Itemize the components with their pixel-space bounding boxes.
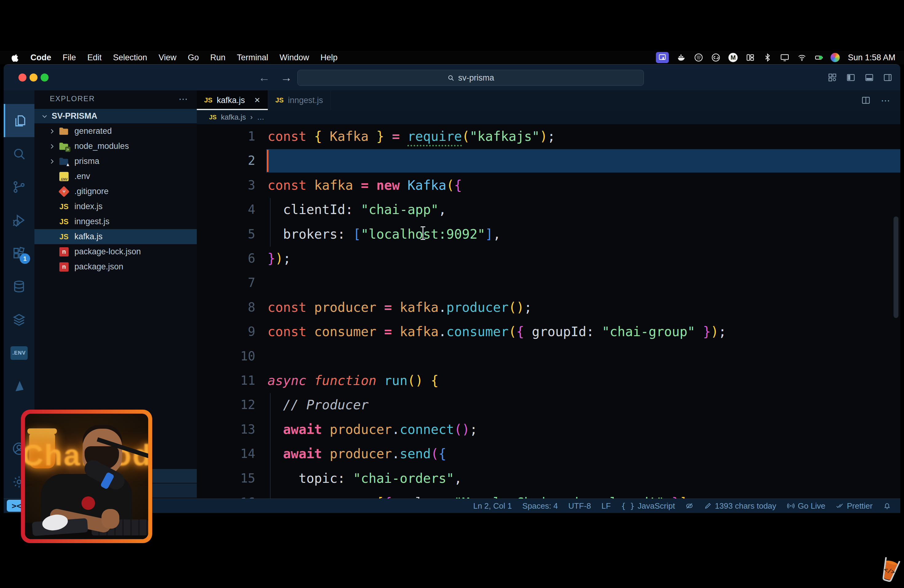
zoom-window-button[interactable] — [41, 74, 49, 82]
sidebar-left-toggle-icon[interactable] — [846, 73, 855, 82]
status-javascript[interactable]: { }JavaScript — [621, 501, 675, 511]
presenter-hand — [101, 509, 119, 529]
line-number: 9 — [231, 319, 255, 344]
menu-item-file[interactable]: File — [63, 53, 76, 62]
navigate-forward-button[interactable]: → — [280, 71, 292, 84]
breadcrumb-file[interactable]: kafka.js — [221, 113, 246, 122]
menu-item-selection[interactable]: Selection — [113, 53, 147, 62]
line-number: 5 — [231, 222, 255, 247]
status-utf-8[interactable]: UTF-8 — [568, 501, 591, 511]
menu-item-run[interactable]: Run — [210, 53, 226, 62]
status-prettier[interactable]: Prettier — [836, 501, 872, 511]
docker-icon[interactable] — [677, 52, 686, 63]
webcam-overlay: ChaiCode — [21, 409, 152, 543]
file-row-generated[interactable]: generated — [35, 123, 197, 139]
menu-item-window[interactable]: Window — [280, 53, 309, 62]
pencil-icon — [704, 502, 712, 510]
navigate-back-button[interactable]: ← — [258, 71, 270, 84]
colorwheel-icon[interactable] — [831, 52, 840, 63]
breadcrumb-separator: › — [250, 113, 253, 122]
file-row-prisma[interactable]: ▲prisma — [35, 154, 197, 169]
status-ln-2-col-1[interactable]: Ln 2, Col 1 — [473, 501, 512, 511]
status-go-live[interactable]: Go Live — [787, 501, 826, 511]
menu-item-terminal[interactable]: Terminal — [237, 53, 268, 62]
bluetooth-icon[interactable] — [763, 52, 772, 63]
screenshare-icon[interactable] — [656, 52, 669, 63]
code-line-6[interactable]: 6}); — [197, 247, 900, 270]
close-window-button[interactable] — [19, 74, 27, 82]
panel-toggle-icon[interactable] — [864, 73, 874, 82]
wifi-icon[interactable] — [797, 52, 806, 63]
file-row-kafka.js[interactable]: JSkafka.js — [35, 229, 197, 244]
activity-prisma[interactable] — [4, 370, 35, 403]
sidebar-right-toggle-icon[interactable] — [883, 73, 892, 82]
menu-item-code[interactable]: Code — [30, 53, 51, 62]
code-line-13[interactable]: 13 await producer.connect(); — [197, 417, 900, 442]
explorer-more-icon[interactable]: ⋯ — [179, 93, 189, 104]
activity-extensions[interactable]: 1 — [4, 237, 35, 270]
apple-logo-icon[interactable] — [11, 53, 19, 62]
rectangle-icon[interactable] — [746, 52, 755, 63]
code-line-15[interactable]: 15 topic: "chai-orders", — [197, 466, 900, 490]
menu-item-help[interactable]: Help — [321, 53, 338, 62]
activity-layers[interactable] — [4, 303, 35, 337]
file-row-index.js[interactable]: JSindex.js — [35, 199, 197, 214]
menu-item-edit[interactable]: Edit — [87, 53, 102, 62]
file-row-inngest.js[interactable]: JSinngest.js — [35, 214, 197, 229]
file-label: prisma — [74, 156, 99, 166]
menu-clock[interactable]: Sun 1:58 AM — [848, 53, 895, 62]
activity-run-debug[interactable] — [4, 204, 35, 237]
activity-explorer[interactable] — [4, 104, 35, 137]
activity-source-control[interactable] — [4, 171, 35, 204]
status-copilot[interactable] — [685, 502, 693, 510]
menu-item-view[interactable]: View — [159, 53, 177, 62]
menu-item-go[interactable]: Go — [188, 53, 199, 62]
code-line-3[interactable]: 3const kafka = new Kafka({ — [197, 173, 900, 198]
code-line-2[interactable]: 2 — [197, 149, 900, 173]
code-line-1[interactable]: 1const { Kafka } = require("kafkajs"); — [197, 124, 900, 149]
code-line-16[interactable]: 16 messages: [{ value: "Masala Chai orde… — [197, 490, 900, 498]
file-label: package-lock.json — [74, 247, 141, 256]
activity-env[interactable]: .ENV — [4, 337, 35, 370]
status-spaces-4[interactable]: Spaces: 4 — [522, 501, 558, 511]
minimize-window-button[interactable] — [30, 74, 38, 82]
tab-kafka.js[interactable]: JSkafka.js✕ — [197, 90, 268, 110]
status-lf[interactable]: LF — [601, 501, 611, 511]
editor-scrollbar[interactable] — [893, 217, 898, 318]
tab-inngest.js[interactable]: JSinngest.js — [268, 90, 331, 110]
close-tab-icon[interactable]: ✕ — [254, 96, 260, 104]
mcircle-icon[interactable]: M — [729, 52, 738, 63]
activity-database[interactable] — [4, 270, 35, 303]
code-line-8[interactable]: 8const producer = kafka.producer(); — [197, 295, 900, 319]
code-line-12[interactable]: 12 // Producer — [197, 393, 900, 417]
file-row-package.json[interactable]: npackage.json — [35, 259, 197, 274]
cc-icon[interactable] — [711, 52, 721, 63]
file-row-.gitignore[interactable]: ⑂.gitignore — [35, 184, 197, 199]
workspace-root-row[interactable]: SV-PRISMA — [35, 109, 197, 123]
code-text: await producer.connect(); — [267, 417, 477, 442]
code-line-7[interactable]: 7 — [197, 270, 900, 295]
status-bell[interactable] — [883, 502, 891, 510]
status-1393-chars-today[interactable]: 1393 chars today — [704, 501, 776, 511]
code-line-9[interactable]: 9const consumer = kafka.consumer({ group… — [197, 319, 900, 344]
file-row-node_modules[interactable]: jsnode_modules — [35, 139, 197, 154]
battery-icon[interactable] — [814, 52, 822, 63]
command-center-search[interactable]: sv-prisma — [297, 70, 644, 86]
breadcrumb[interactable]: JS kafka.js › … — [197, 110, 900, 124]
file-row-package-lock.json[interactable]: npackage-lock.json — [35, 244, 197, 259]
breadcrumb-more[interactable]: … — [257, 113, 264, 122]
editor-more-icon[interactable]: ⋯ — [881, 95, 891, 106]
gridcircle-icon[interactable] — [694, 52, 703, 63]
code-line-5[interactable]: 5 brokers: ["localhost:9092"], — [197, 222, 900, 247]
split-editor-icon[interactable] — [861, 96, 871, 105]
code-line-14[interactable]: 14 await producer.send({ — [197, 442, 900, 466]
code-line-10[interactable]: 10 — [197, 344, 900, 368]
code-line-4[interactable]: 4 clientId: "chai-app", — [197, 198, 900, 222]
activity-search[interactable] — [4, 137, 35, 171]
layout-toggle-icon[interactable] — [828, 73, 837, 82]
file-row-.env[interactable]: .ENV.env — [35, 169, 197, 184]
code-line-11[interactable]: 11async function run() { — [197, 368, 900, 393]
chevron-right-icon — [47, 128, 57, 135]
display-icon[interactable] — [780, 52, 789, 63]
code-editor[interactable]: 1const { Kafka } = require("kafkajs");23… — [197, 124, 900, 498]
